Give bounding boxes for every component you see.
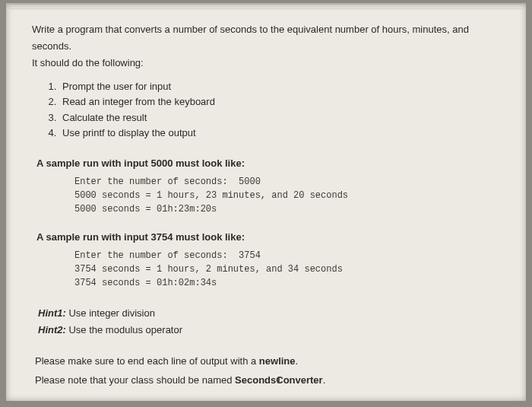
step-item: Calculate the result [59, 110, 506, 126]
hints-block: Hint1: Use integer division Hint2: Use t… [38, 305, 506, 339]
step-item: Read an integer from the keyboard [59, 94, 506, 110]
sample1-code: Enter the number of seconds: 5000 5000 s… [74, 175, 506, 216]
document-page: Write a program that converts a number o… [6, 3, 526, 401]
hint2-label: Hint2: [38, 324, 66, 335]
note-classname: Please note that your class should be na… [35, 371, 506, 390]
hint-2: Hint2: Use the modulus operator [38, 322, 506, 339]
note1-bold: newline [259, 355, 296, 367]
note2-pre: Please note that your class should be na… [35, 374, 235, 386]
hint1-label: Hint1: [38, 307, 66, 319]
hint-1: Hint1: Use integer division [38, 305, 506, 322]
note1-post: . [296, 355, 299, 367]
intro-line-1: Write a program that converts a number o… [32, 21, 506, 55]
intro-line-2: It should do the following: [32, 55, 506, 72]
note1-pre: Please make sure to end each line of out… [35, 355, 259, 367]
hint2-text: Use the modulus operator [66, 324, 182, 335]
steps-list: Prompt the user for input Read an intege… [59, 79, 506, 141]
note2-bold: SecondsConverter [235, 371, 323, 390]
notes-block: Please make sure to end each line of out… [32, 352, 506, 390]
sample2-title: A sample run with input 3754 must look l… [36, 231, 506, 243]
sample1-title: A sample run with input 5000 must look l… [36, 157, 506, 169]
hint1-text: Use integer division [66, 307, 155, 319]
sample2-code: Enter the number of seconds: 3754 3754 s… [74, 249, 506, 290]
intro-block: Write a program that converts a number o… [32, 21, 506, 72]
note2-post: . [323, 374, 326, 386]
step-item: Prompt the user for input [59, 79, 506, 94]
step-item: Use printf to display the output [59, 126, 506, 141]
note-newline: Please make sure to end each line of out… [35, 352, 506, 371]
